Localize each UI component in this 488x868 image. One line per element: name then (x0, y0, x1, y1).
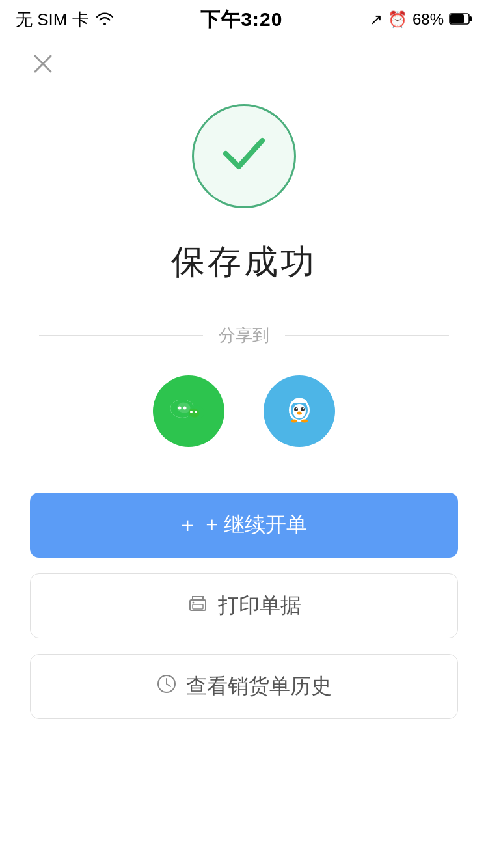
sim-text: 无 SIM 卡 (16, 8, 89, 31)
wechat-share-button[interactable] (153, 375, 224, 447)
history-button[interactable]: 查看销货单历史 (30, 654, 458, 719)
status-right: ↗ ⏰ 68% (370, 10, 472, 29)
history-label: 查看销货单历史 (186, 672, 332, 701)
status-left: 无 SIM 卡 (16, 8, 114, 31)
continue-button[interactable]: + + 继续开单 (30, 493, 458, 558)
svg-point-15 (294, 407, 298, 411)
print-button[interactable]: 打印单据 (30, 573, 458, 638)
svg-point-24 (193, 602, 195, 604)
share-icons (153, 375, 335, 447)
alarm-icon: ⏰ (388, 10, 407, 29)
svg-point-21 (301, 420, 308, 423)
print-label: 打印单据 (218, 591, 301, 620)
continue-icon: + (181, 513, 194, 538)
svg-point-16 (301, 407, 305, 411)
wechat-icon (168, 390, 210, 432)
location-icon: ↗ (370, 10, 383, 29)
svg-rect-23 (193, 604, 203, 609)
status-bar: 无 SIM 卡 下午3:20 ↗ ⏰ 68% (0, 0, 488, 39)
svg-point-18 (303, 408, 304, 409)
svg-rect-1 (469, 16, 472, 21)
history-icon (156, 673, 177, 699)
qq-share-button[interactable] (264, 375, 335, 447)
status-time: 下午3:20 (200, 7, 282, 33)
svg-point-17 (296, 408, 297, 409)
svg-rect-2 (450, 14, 464, 23)
battery-icon (449, 10, 472, 29)
svg-point-10 (190, 411, 193, 413)
print-icon (187, 593, 209, 618)
svg-point-20 (291, 420, 297, 423)
divider-row: 分享到 (0, 324, 488, 347)
svg-point-14 (293, 404, 306, 418)
success-circle (192, 104, 296, 208)
buttons-area: + + 继续开单 打印单据 查看销货单历史 (0, 493, 488, 719)
close-button[interactable] (26, 47, 60, 81)
success-title: 保存成功 (171, 239, 317, 285)
svg-point-11 (195, 411, 197, 413)
divider-left (39, 335, 203, 336)
svg-point-9 (183, 407, 187, 410)
share-label: 分享到 (219, 324, 269, 347)
wifi-icon (96, 10, 114, 30)
battery-percent: 68% (413, 10, 444, 29)
svg-point-19 (297, 412, 302, 415)
qq-icon (278, 390, 320, 432)
svg-point-8 (178, 407, 182, 410)
main-content: 保存成功 分享到 (0, 39, 488, 719)
divider-right (285, 335, 449, 336)
continue-label: + 继续开单 (206, 511, 307, 539)
check-icon (218, 126, 270, 187)
